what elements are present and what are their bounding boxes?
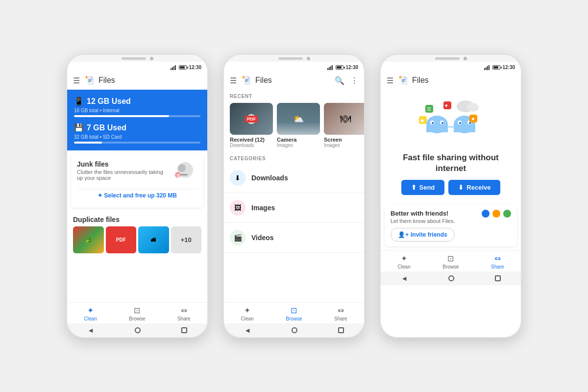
svg-text:🗑: 🗑 bbox=[176, 173, 180, 178]
recent-thumb-received: ▶ PDF bbox=[230, 103, 273, 135]
svg-marker-12 bbox=[243, 76, 245, 77]
browse-label: Browse bbox=[442, 264, 459, 270]
junk-title: Junk files bbox=[77, 160, 168, 168]
svg-point-5 bbox=[178, 164, 186, 172]
nav-clean-2[interactable]: ✦ Clean bbox=[224, 306, 270, 321]
share-label: Share bbox=[334, 316, 347, 321]
share-icon: ⇔ bbox=[494, 254, 501, 263]
menu-icon[interactable]: ☰ bbox=[387, 76, 393, 85]
junk-illustration: 🗑 bbox=[168, 160, 197, 185]
nav-share-3[interactable]: ⇔ Share bbox=[474, 254, 521, 270]
clean-icon: ✦ bbox=[244, 306, 250, 315]
recent-item-received[interactable]: ▶ PDF Received (12) Downloads bbox=[230, 103, 273, 148]
recent-item-camera[interactable]: ⛅ Camera Images bbox=[277, 103, 320, 148]
app-logo: Files bbox=[85, 75, 201, 86]
home-button[interactable] bbox=[448, 275, 454, 281]
invite-button[interactable]: 👤+ Invite friends bbox=[391, 228, 455, 242]
clean-label: Clean bbox=[398, 264, 411, 270]
nav-browse-2[interactable]: ⊡ Browse bbox=[270, 306, 317, 321]
phone-2: 12:30 ☰ Files bbox=[223, 54, 365, 338]
svg-text:◆: ◆ bbox=[420, 118, 424, 123]
files-logo bbox=[85, 75, 96, 86]
browse-icon: ⊡ bbox=[134, 306, 140, 315]
videos-label: Videos bbox=[251, 234, 274, 242]
phone2-bottom-nav: ✦ Clean ⊡ Browse ⇔ Share bbox=[224, 302, 364, 323]
receive-button[interactable]: ⬇ Receive bbox=[448, 180, 500, 195]
internal-storage: 📱 12 GB Used 16 GB total • Internal bbox=[74, 97, 200, 117]
avatar-green bbox=[502, 209, 512, 219]
browse-icon: ⊡ bbox=[291, 306, 297, 315]
back-button[interactable]: ◄ bbox=[401, 274, 408, 282]
phone-1: 12:30 ☰ Files bbox=[66, 54, 208, 338]
phone2-android-nav: ◄ bbox=[224, 323, 364, 337]
recent-item-screen[interactable]: 🍽 Screen Images bbox=[324, 103, 364, 148]
svg-rect-13 bbox=[402, 79, 405, 80]
clean-label: Clean bbox=[241, 316, 254, 321]
recent-name-received: Received (12) bbox=[230, 137, 273, 143]
recent-button[interactable] bbox=[495, 275, 501, 281]
recent-button[interactable] bbox=[338, 327, 344, 333]
recent-thumb-camera: ⛅ bbox=[277, 103, 320, 135]
category-downloads[interactable]: ⬇ Downloads bbox=[224, 163, 364, 193]
battery-icon bbox=[179, 65, 187, 70]
phone3-status-bar: 12:30 bbox=[381, 62, 521, 71]
nav-share-2[interactable]: ⇔ Share bbox=[318, 306, 364, 321]
dup-title: Duplicate files bbox=[73, 216, 201, 223]
category-images[interactable]: 🖼 Images bbox=[224, 193, 364, 223]
menu-icon[interactable]: ☰ bbox=[73, 76, 80, 85]
app-title: Files bbox=[255, 76, 272, 85]
recent-button[interactable] bbox=[181, 327, 187, 333]
svg-marker-15 bbox=[399, 77, 401, 79]
files-logo bbox=[398, 75, 409, 86]
home-button[interactable] bbox=[292, 327, 297, 333]
time: 12:30 bbox=[502, 65, 515, 70]
phone3-bottom-nav: ✦ Clean ⊡ Browse ⇔ Share bbox=[381, 250, 521, 271]
svg-point-18 bbox=[467, 103, 479, 112]
recent-sub-screen: Images bbox=[324, 143, 364, 148]
internal-icon: 📱 bbox=[74, 97, 84, 106]
speaker bbox=[435, 57, 460, 60]
signal-icon bbox=[327, 65, 333, 70]
svg-marker-2 bbox=[86, 77, 88, 79]
camera bbox=[307, 57, 310, 60]
category-videos[interactable]: 🎬 Videos bbox=[224, 223, 364, 253]
speaker bbox=[278, 57, 303, 60]
nav-clean-3[interactable]: ✦ Clean bbox=[381, 254, 427, 270]
battery-icon bbox=[492, 65, 500, 70]
nav-browse-1[interactable]: ⊡ Browse bbox=[114, 306, 160, 321]
back-button[interactable]: ◄ bbox=[87, 326, 94, 334]
back-button[interactable]: ◄ bbox=[244, 326, 251, 334]
home-button[interactable] bbox=[135, 327, 141, 333]
internal-progress-fill bbox=[74, 115, 169, 117]
send-button[interactable]: ⬆ Send bbox=[401, 180, 445, 195]
browse-icon: ⊡ bbox=[447, 254, 454, 263]
menu-icon[interactable]: ☰ bbox=[230, 76, 237, 85]
internal-label: 12 GB Used bbox=[87, 97, 131, 106]
svg-text:☰: ☰ bbox=[427, 106, 431, 112]
nav-share-1[interactable]: ⇔ Share bbox=[161, 306, 207, 321]
junk-free-button[interactable]: ✦ Select and free up 320 MB bbox=[77, 189, 197, 202]
svg-rect-9 bbox=[245, 79, 248, 80]
phones-container: 12:30 ☰ Files bbox=[56, 44, 532, 348]
recent-name-camera: Camera bbox=[277, 137, 320, 143]
phone1-android-nav: ◄ bbox=[67, 323, 207, 337]
sd-label: 7 GB Used bbox=[87, 123, 126, 132]
nav-clean-1[interactable]: ✦ Clean bbox=[67, 306, 114, 321]
clean-icon: ✦ bbox=[87, 306, 94, 315]
app-title: Files bbox=[98, 76, 115, 85]
phone3-app-header: ☰ Files bbox=[381, 71, 521, 90]
search-icon[interactable]: 🔍 bbox=[335, 76, 344, 85]
junk-desc: Clutter the files unnecessarily taking u… bbox=[77, 169, 168, 181]
nav-browse-3[interactable]: ⊡ Browse bbox=[427, 254, 474, 270]
app-logo: Files bbox=[398, 75, 515, 86]
more-icon[interactable]: ⋮ bbox=[350, 76, 358, 85]
phone1-notch bbox=[67, 55, 207, 62]
battery-icon bbox=[336, 65, 343, 70]
send-icon: ⬆ bbox=[411, 184, 416, 191]
time: 12:30 bbox=[189, 65, 201, 70]
sd-progress-fill bbox=[74, 142, 102, 144]
downloads-label: Downloads bbox=[251, 174, 288, 182]
phone2-app-header: ☰ Files 🔍 bbox=[224, 71, 364, 90]
app-title: Files bbox=[412, 76, 429, 85]
svg-rect-26 bbox=[454, 124, 475, 132]
